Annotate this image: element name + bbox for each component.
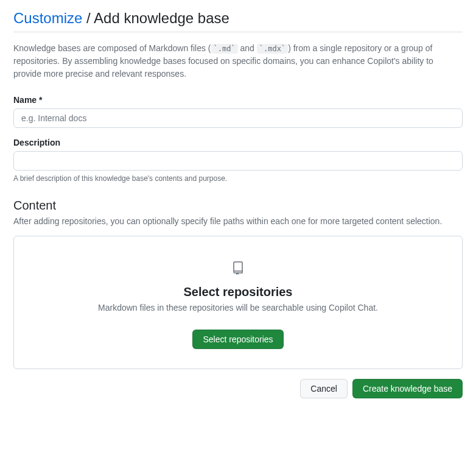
description-label: Description	[13, 138, 463, 147]
description-field: Description A brief description of this …	[13, 138, 463, 183]
content-heading: Content	[13, 199, 463, 213]
name-input[interactable]	[13, 108, 463, 128]
select-repositories-button[interactable]: Select repositories	[192, 330, 283, 349]
code-md: `.md`	[211, 44, 238, 54]
breadcrumb-current: Add knowledge base	[94, 10, 229, 26]
create-knowledge-base-button[interactable]: Create knowledge base	[352, 379, 463, 398]
breadcrumb: Customize / Add knowledge base	[13, 10, 463, 32]
cancel-button[interactable]: Cancel	[300, 379, 348, 398]
repo-icon	[231, 261, 245, 275]
breadcrumb-parent-link[interactable]: Customize	[13, 10, 82, 26]
name-field: Name *	[13, 95, 463, 128]
content-box-desc: Markdown files in these repositories wil…	[29, 303, 447, 312]
code-mdx: `.mdx`	[257, 44, 288, 54]
name-label: Name *	[13, 95, 463, 105]
footer-actions: Cancel Create knowledge base	[13, 379, 463, 398]
intro-text: Knowledge bases are composed of Markdown…	[13, 42, 463, 80]
content-box: Select repositories Markdown files in th…	[13, 236, 463, 369]
description-hint: A brief description of this knowledge ba…	[13, 174, 463, 183]
breadcrumb-separator: /	[86, 10, 94, 26]
content-box-title: Select repositories	[29, 285, 447, 299]
content-sub: After adding repositories, you can optio…	[13, 216, 463, 226]
description-input[interactable]	[13, 151, 463, 171]
